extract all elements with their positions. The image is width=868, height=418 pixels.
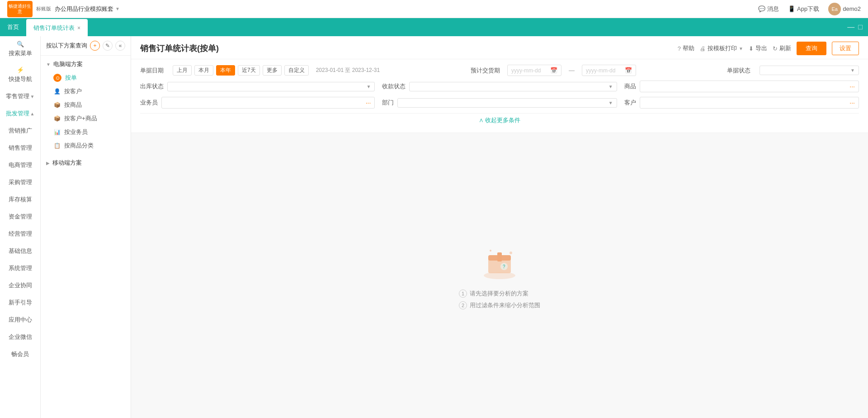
goods-more-icon[interactable]: ··· [849, 83, 855, 90]
sidebar-item-wholesale[interactable]: 批发管理 ▲ [0, 105, 40, 122]
svg-point-6 [490, 250, 491, 252]
sidebar-item-quicknav[interactable]: ⚡ 快捷导航 [0, 62, 40, 88]
department-select[interactable]: ▼ [397, 98, 617, 108]
sidebar-item-member[interactable]: 畅会员 [0, 346, 40, 363]
scheme-item-by-category[interactable]: 📋 按商品分类 [41, 139, 131, 152]
sidebar-item-retail[interactable]: 零售管理 ▼ [0, 88, 40, 105]
sidebar-item-operations[interactable]: 经营管理 [0, 225, 40, 242]
tab-maximize-icon[interactable]: □ [858, 23, 863, 31]
tab-sales-order-stats[interactable]: 销售订单统计表 × [26, 19, 88, 37]
help-btn[interactable]: ? 帮助 [678, 44, 694, 52]
status-select[interactable]: ▼ [760, 66, 859, 75]
tab-close-icon[interactable]: × [77, 25, 80, 31]
prev-month-btn[interactable]: 上月 [173, 65, 192, 76]
export-btn[interactable]: ⬇ 导出 [749, 44, 767, 52]
scheme-group-mobile-header[interactable]: ▶ 移动端方案 [41, 156, 131, 170]
set-button[interactable]: 设置 [832, 42, 859, 55]
sidebar: 🔍 搜索菜单 ⚡ 快捷导航 零售管理 ▼ 批发管理 ▲ 营销推广 销售管理 电商… [0, 36, 41, 418]
scheme-group-desktop-header[interactable]: ▼ 电脑端方案 [41, 57, 131, 71]
page-actions: ? 帮助 🖨 按模板打印 ▼ ⬇ 导出 ↻ 刷新 [678, 42, 859, 55]
tab-home[interactable]: 首页 [0, 18, 26, 36]
date-range-display: 2023-01-01 至 2023-12-31 [316, 66, 380, 74]
topbar-right: 💬 消息 📱 App下载 Ea demo2 [758, 3, 861, 15]
query-button[interactable]: 查询 [797, 42, 826, 55]
sidebar-item-ecommerce[interactable]: 电商管理 [0, 157, 40, 174]
scheme-item-by-order[interactable]: ⊙ 按单 [41, 71, 131, 85]
empty-illustration: ? [477, 242, 522, 282]
print-arrow-icon: ▼ [739, 46, 743, 51]
chevron-down-icon: ▼ [30, 94, 35, 99]
tip-2-num: 2 [459, 301, 467, 309]
out-status-label: 出库状态 [140, 82, 164, 90]
scheme-item-by-customer[interactable]: 👤 按客户 [41, 85, 131, 98]
print-icon: 🖨 [700, 45, 706, 52]
out-status-select[interactable]: ▼ [167, 82, 375, 91]
department-field: 部门 ▼ [382, 98, 617, 108]
salesperson-select[interactable]: ··· [161, 97, 375, 109]
sidebar-item-marketing[interactable]: 营销推广 [0, 122, 40, 139]
goods-select[interactable]: ··· [640, 81, 859, 92]
status-select-arrow-icon: ▼ [850, 68, 855, 73]
expected-date-start-input[interactable]: yyyy-mm-dd 📅 [507, 65, 561, 76]
payment-status-label: 收款状态 [382, 82, 406, 90]
sidebar-item-sales[interactable]: 销售管理 [0, 139, 40, 157]
sidebar-item-inventory[interactable]: 库存核算 [0, 191, 40, 208]
scheme-item-by-goods[interactable]: 📦 按商品 [41, 98, 131, 112]
customer-goods-icon: 📦 [53, 115, 61, 122]
custom-date-btn[interactable]: 自定义 [284, 65, 309, 76]
calendar-end-icon: 📅 [625, 67, 632, 74]
svg-text:?: ? [503, 264, 505, 269]
collapse-filter-btn[interactable]: ∧ 收起更多条件 [140, 114, 859, 127]
sidebar-item-system[interactable]: 系统管理 [0, 260, 40, 277]
expected-date-end-input[interactable]: yyyy-mm-dd 📅 [582, 65, 636, 76]
collapse-panel-btn[interactable]: « [115, 41, 125, 51]
filter-row-1: 单据日期 上月 本月 本年 近7天 更多 自定义 2023-01-01 至 20… [140, 65, 859, 76]
customer-select[interactable]: ··· [640, 97, 859, 109]
empty-tips: 1 请先选择要分析的方案 2 用过滤条件来缩小分析范围 [459, 290, 540, 309]
tab-minimize-icon[interactable]: — [847, 23, 854, 31]
nav-icon: ⚡ [17, 66, 24, 73]
customer-more-icon[interactable]: ··· [849, 99, 855, 106]
payment-status-field: 收款状态 ▼ [382, 82, 617, 91]
sidebar-item-enterprise[interactable]: 企业协同 [0, 277, 40, 294]
scheme-item-by-salesperson[interactable]: 📊 按业务员 [41, 125, 131, 139]
refresh-btn[interactable]: ↻ 刷新 [773, 44, 791, 52]
salesperson-more-icon[interactable]: ··· [366, 99, 371, 106]
sidebar-item-purchase[interactable]: 采购管理 [0, 174, 40, 191]
sidebar-item-newbie[interactable]: 新手引导 [0, 294, 40, 311]
user-profile[interactable]: Ea demo2 [828, 3, 861, 15]
download-icon: 📱 [788, 5, 795, 12]
sidebar-item-wechat[interactable]: 企业微信 [0, 328, 40, 346]
payment-status-select[interactable]: ▼ [409, 82, 617, 91]
scheme-panel-title: 按以下方案查询 [46, 42, 87, 50]
sidebar-item-search[interactable]: 🔍 搜索菜单 [0, 36, 40, 62]
triangle-right-icon: ▶ [46, 161, 50, 166]
this-year-btn[interactable]: 本年 [216, 65, 235, 76]
status-label: 单据状态 [727, 66, 752, 75]
template-print-btn[interactable]: 🖨 按模板打印 ▼ [700, 44, 743, 52]
message-btn[interactable]: 💬 消息 [758, 5, 779, 13]
app-download-btn[interactable]: 📱 App下载 [788, 5, 819, 13]
topbar-left: 畅捷通好生意 标账版 办公用品行业模拟账套 ▼ [7, 1, 120, 17]
empty-tip-1: 1 请先选择要分析的方案 [459, 290, 540, 298]
topbar: 畅捷通好生意 标账版 办公用品行业模拟账套 ▼ 💬 消息 📱 App下载 Ea … [0, 0, 868, 18]
filter-row-3: 业务员 ··· 部门 ▼ 客户 [140, 97, 859, 109]
department-label: 部门 [382, 99, 394, 107]
this-month-btn[interactable]: 本月 [194, 65, 213, 76]
goods-icon: 📦 [53, 101, 61, 109]
svg-rect-3 [497, 252, 502, 261]
svg-point-7 [509, 252, 512, 254]
app-selector[interactable]: 办公用品行业模拟账套 ▼ [55, 5, 120, 13]
scheme-item-by-customer-goods[interactable]: 📦 按客户+商品 [41, 112, 131, 125]
logo-subtitle: 标账版 [36, 5, 51, 12]
7days-btn[interactable]: 近7天 [238, 65, 260, 76]
sidebar-item-apps[interactable]: 应用中心 [0, 311, 40, 328]
sidebar-item-basic-info[interactable]: 基础信息 [0, 242, 40, 260]
date-separator: — [569, 67, 575, 74]
tabbar-actions: — □ [847, 23, 868, 31]
more-date-btn[interactable]: 更多 [263, 65, 282, 76]
add-scheme-btn[interactable]: + [90, 41, 100, 51]
sidebar-item-finance[interactable]: 资金管理 [0, 208, 40, 225]
edit-scheme-btn[interactable]: ✎ [103, 41, 113, 51]
active-scheme-badge: ⊙ [53, 74, 61, 82]
